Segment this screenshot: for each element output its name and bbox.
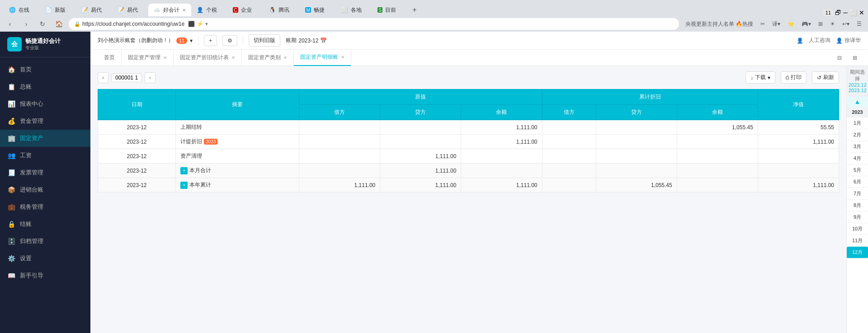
sidebar-item-guide[interactable]: 📖 新手引导 <box>0 267 90 284</box>
page-tab-depreciation-stats[interactable]: 固定资产折旧统计表 ✕ <box>174 50 242 66</box>
guide-nav-icon: 📖 <box>7 272 15 279</box>
browser-tab-chang[interactable]: M 畅捷 <box>300 4 336 16</box>
page-number-display: 000001 1 <box>111 73 142 82</box>
prev-page-button[interactable]: ‹ <box>98 72 108 83</box>
company-selector[interactable]: 刘小艳演示账套（勿删勿动！） 11 ▾ <box>98 37 193 44</box>
sidebar-item-tax[interactable]: 💼 税务管理 <box>0 198 90 216</box>
page-tab-category[interactable]: 固定资产类别 ✕ <box>242 50 294 66</box>
minimize-icon[interactable]: ─ <box>843 9 848 16</box>
sidebar-item-closing[interactable]: 🔒 结账 <box>0 216 90 233</box>
maximize-icon[interactable]: ⬜ <box>849 9 857 16</box>
search-news-btn[interactable]: 央视更新主持人名单 🔥热搜 <box>683 19 756 29</box>
browser-tab-muqian[interactable]: S 目前 <box>372 4 408 16</box>
closing-nav-label: 结账 <box>20 220 32 228</box>
scissors-btn[interactable]: ✂ <box>758 20 768 28</box>
sidebar-item-archive[interactable]: 🗄️ 归档管理 <box>0 233 90 250</box>
period-month-item[interactable]: 1月 <box>847 117 868 129</box>
add-account-button[interactable]: + <box>204 35 217 46</box>
net-value-cell <box>758 164 839 178</box>
browser-tab-active[interactable]: ☁️ 好会计 ✕ <box>148 4 191 16</box>
dropdown-icon[interactable]: ▾ <box>205 21 208 27</box>
tab-favicon: M <box>305 7 311 13</box>
restore-window-icon[interactable]: 🗗 <box>835 9 841 16</box>
period-month-item[interactable]: 12月 <box>847 247 868 258</box>
grid-btn[interactable]: ⊞ <box>816 20 826 28</box>
user-info[interactable]: 👤 徐译华 <box>836 37 861 44</box>
page-tabs: 首页 固定资产管理 ✕ 固定资产折旧统计表 ✕ 固定资产类别 ✕ 固定资产明细账… <box>90 50 868 66</box>
download-button[interactable]: ↓ 下载 ▾ <box>745 71 775 84</box>
tab-close-dep-stats-icon[interactable]: ✕ <box>231 55 235 60</box>
undo-btn[interactable]: ↩▾ <box>840 20 852 28</box>
sidebar-item-reports[interactable]: 📊 报表中心 <box>0 95 90 113</box>
refresh-button[interactable]: ↻ <box>36 18 49 30</box>
tab-shrink-button[interactable]: ⊟ <box>834 53 845 62</box>
browser-tab-geshui[interactable]: 👤 个税 <box>191 4 227 16</box>
browser-tab-enterprise[interactable]: C 企业 <box>227 4 264 16</box>
translate-btn[interactable]: 译▾ <box>769 19 783 29</box>
tax-nav-label: 税务管理 <box>20 203 43 211</box>
sidebar-item-stock[interactable]: 📦 进销台账 <box>0 181 90 198</box>
print-button[interactable]: ⎙ 打印 <box>781 71 807 84</box>
browser-tab-yidai2[interactable]: 📝 易代 <box>112 4 148 16</box>
period-month-item[interactable]: 11月 <box>847 235 868 247</box>
next-page-button[interactable]: › <box>145 72 156 83</box>
brightness-btn[interactable]: ☀ <box>827 20 838 28</box>
tab-close-icon[interactable]: ✕ <box>182 8 186 13</box>
new-tab-button[interactable]: + <box>408 4 421 16</box>
summary-cell: +本月合计 <box>176 164 299 178</box>
period-month-item[interactable]: 5月 <box>847 164 868 176</box>
url-bar[interactable]: 🔒 https://cloud.chanjet.com/accounting/u… <box>69 18 679 30</box>
payroll-nav-icon: 👥 <box>7 152 15 159</box>
sidebar-item-home[interactable]: 🏠 首页 <box>0 61 90 78</box>
period-month-item[interactable]: 3月 <box>847 141 868 153</box>
switch-version-button[interactable]: 切到旧版 <box>249 34 280 47</box>
ledger-nav-label: 总账 <box>20 83 32 91</box>
sidebar-item-funds[interactable]: 💰 资金管理 <box>0 113 90 130</box>
game-btn[interactable]: 🎮▾ <box>799 20 814 28</box>
browser-tab-new[interactable]: 📄 新版 <box>40 4 76 16</box>
browser-tab-online[interactable]: 🌐 在线 <box>4 4 40 16</box>
settings-account-button[interactable]: ⚙ <box>222 35 237 46</box>
settings-nav-icon: ⚙️ <box>7 255 15 262</box>
logo-icon: 会 <box>7 37 22 52</box>
browser-tab-gedi[interactable]: ⬜ 各地 <box>336 4 372 16</box>
star-ext-btn[interactable]: ⭐ <box>785 20 797 28</box>
sidebar-item-ledger[interactable]: 📋 总账 <box>0 78 90 95</box>
url-text: https://cloud.chanjet.com/accounting/uw1… <box>82 21 184 27</box>
sidebar-item-fixed-assets[interactable]: 🏢 固定资产 <box>0 130 90 147</box>
period-month-item[interactable]: 9月 <box>847 211 868 223</box>
page-tab-home[interactable]: 首页 <box>98 50 122 66</box>
menu-btn[interactable]: ☰ <box>854 20 864 28</box>
tab-close-mgmt-icon[interactable]: ✕ <box>163 55 167 60</box>
tab-bar: 🌐 在线 📄 新版 📝 易代 📝 易代 ☁️ 好会计 ✕ 👤 个税 C 企业 <box>0 0 868 16</box>
browser-tab-yidai1[interactable]: 📝 易代 <box>76 4 112 16</box>
page-tab-detail-ledger[interactable]: 固定资产明细账 ✕ <box>294 50 351 66</box>
sidebar-item-invoice[interactable]: 🧾 发票管理 <box>0 164 90 181</box>
forward-button[interactable]: › <box>20 18 33 30</box>
sidebar-item-settings[interactable]: ⚙️ 设置 <box>0 250 90 267</box>
period-scroll-up-button[interactable]: ▲ <box>847 96 868 107</box>
period-month-item[interactable]: 6月 <box>847 176 868 188</box>
tab-close-category-icon[interactable]: ✕ <box>283 55 287 60</box>
period-panel: 期间选择 2023.12 2023.12 ▲ 20231月2月3月4月5月6月7… <box>846 66 868 333</box>
tab-close-detail-icon[interactable]: ✕ <box>341 55 344 60</box>
period-month-item[interactable]: 7月 <box>847 188 868 200</box>
page-tab-fixed-assets-mgmt[interactable]: 固定资产管理 ✕ <box>122 50 174 66</box>
period-month-item[interactable]: 8月 <box>847 200 868 211</box>
refresh-button[interactable]: ↺ 刷新 <box>812 71 839 84</box>
summary-cell: +本年累计 <box>176 178 299 192</box>
dep-credit-cell <box>596 149 677 164</box>
accumulated-depreciation-header: 累计折旧 <box>542 89 758 105</box>
back-button[interactable]: ‹ <box>4 18 16 30</box>
support-label[interactable]: 人工咨询 <box>809 37 830 44</box>
period-month-item[interactable]: 2月 <box>847 129 868 141</box>
tab-expand-button[interactable]: ⊞ <box>849 53 861 62</box>
period-month-item[interactable]: 4月 <box>847 153 868 164</box>
period-month-item[interactable]: 10月 <box>847 223 868 235</box>
sidebar-item-payroll[interactable]: 👥 工资 <box>0 147 90 164</box>
calendar-icon[interactable]: 📅 <box>320 38 327 44</box>
browser-tab-tencent[interactable]: 🐧 腾讯 <box>264 4 300 16</box>
home-button[interactable]: 🏠 <box>52 18 65 30</box>
period-month-item[interactable]: 2023 <box>847 107 868 117</box>
close-window-icon[interactable]: ✕ <box>859 9 864 16</box>
